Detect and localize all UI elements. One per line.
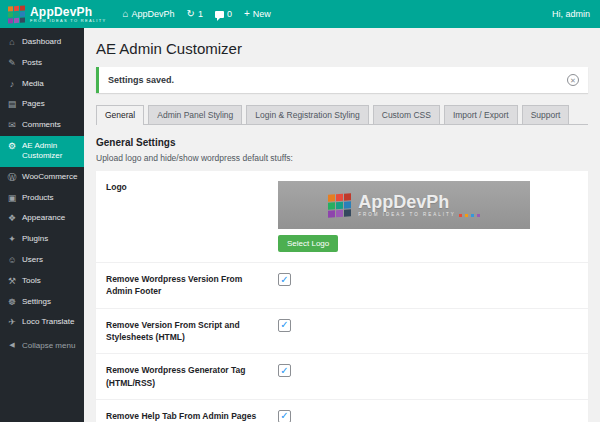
setting-checkbox[interactable]: ✓ xyxy=(278,410,291,422)
brand-tagline: FROM IDEAS TO REALITY xyxy=(30,19,107,23)
sidebar-item-ae-admin-customizer[interactable]: ⚙ AE Admin Customizer xyxy=(0,136,84,167)
comments-icon: ✉ xyxy=(7,120,17,131)
tab-admin-panel-styling[interactable]: Admin Panel Styling xyxy=(148,105,242,124)
brand-logo[interactable]: AppDevPh FROM IDEAS TO REALITY xyxy=(8,6,107,23)
settings-tabs: General Admin Panel Styling Login & Regi… xyxy=(96,105,588,125)
comments-count: 0 xyxy=(227,9,232,19)
sidebar-item-label: Posts xyxy=(22,58,42,68)
site-link[interactable]: ⌂ AppDevPh xyxy=(123,9,175,19)
sidebar-item-plugins[interactable]: ✦ Plugins xyxy=(0,229,84,250)
sidebar-item-label: Users xyxy=(22,255,43,265)
gear-icon: ⚙ xyxy=(7,141,17,152)
sidebar-item-woocommerce[interactable]: Ⓦ WooCommerce xyxy=(0,167,84,188)
sidebar-item-label: AE Admin Customizer xyxy=(22,141,77,162)
setting-checkbox[interactable]: ✓ xyxy=(278,273,291,286)
brand-name: AppDevPh xyxy=(30,6,107,18)
sidebar-item-label: Dashboard xyxy=(22,37,61,47)
setting-row-logo: Logo AppDevPh FROM IDEAS TO REALITY xyxy=(96,171,588,263)
success-notice: Settings saved. ✕ xyxy=(96,67,588,93)
tab-login-registration-styling[interactable]: Login & Registration Styling xyxy=(246,105,368,124)
collapse-menu-button[interactable]: ◀ Collapse menu xyxy=(0,336,84,356)
home-icon: ⌂ xyxy=(123,9,129,19)
tagline-square-icon xyxy=(477,214,480,217)
sidebar-item-tools[interactable]: ⚒ Tools xyxy=(0,271,84,292)
setting-label: Remove Wordpress Generator Tag (HTML/RSS… xyxy=(96,354,268,399)
comments-bubble-icon xyxy=(215,11,224,18)
setting-row: Remove Version From Script and Styleshee… xyxy=(96,309,588,355)
updates-count: 1 xyxy=(198,9,203,19)
collapse-arrow-icon: ◀ xyxy=(7,341,17,349)
section-heading: General Settings xyxy=(96,137,588,148)
updates-indicator[interactable]: ↻ 1 xyxy=(187,9,203,19)
tab-general[interactable]: General xyxy=(96,105,144,125)
sidebar-item-users[interactable]: ☺ Users xyxy=(0,250,84,271)
tagline-square-icon xyxy=(471,214,474,217)
sidebar-item-dashboard[interactable]: ⌂ Dashboard xyxy=(0,32,84,53)
sidebar-item-settings[interactable]: ☸ Settings xyxy=(0,292,84,313)
sidebar-item-products[interactable]: ▣ Products xyxy=(0,188,84,209)
dashboard-icon: ⌂ xyxy=(7,37,17,48)
tab-support[interactable]: Support xyxy=(522,105,570,124)
section-description: Upload logo and hide/show wordpress defa… xyxy=(96,153,588,163)
users-icon: ☺ xyxy=(7,255,17,266)
media-icon: ♪ xyxy=(7,79,17,90)
tagline-square-icon xyxy=(459,214,462,217)
sidebar-item-label: Plugins xyxy=(22,234,48,244)
setting-label: Logo xyxy=(96,171,268,262)
sidebar-item-comments[interactable]: ✉ Comments xyxy=(0,115,84,136)
logo-cube-icon xyxy=(328,193,351,218)
setting-label: Remove Help Tab From Admin Pages and Das… xyxy=(96,400,268,422)
new-content-button[interactable]: + New xyxy=(244,9,271,19)
user-greeting[interactable]: Hi, admin xyxy=(552,9,590,19)
new-content-label: New xyxy=(253,9,271,19)
tab-custom-css[interactable]: Custom CSS xyxy=(373,105,440,124)
setting-label: Remove Version From Script and Styleshee… xyxy=(96,309,268,354)
sidebar-item-label: Media xyxy=(22,79,44,89)
admin-bar: AppDevPh FROM IDEAS TO REALITY ⌂ AppDevP… xyxy=(0,0,600,28)
sidebar-item-label: Pages xyxy=(22,99,45,109)
plugins-icon: ✦ xyxy=(7,234,17,245)
setting-checkbox[interactable]: ✓ xyxy=(278,364,291,377)
select-logo-button[interactable]: Select Logo xyxy=(278,235,338,252)
sidebar-item-appearance[interactable]: ❖ Appearance xyxy=(0,208,84,229)
check-icon: ✓ xyxy=(280,366,288,376)
sidebar-item-label: WooCommerce xyxy=(22,172,77,182)
products-icon: ▣ xyxy=(7,193,17,204)
settings-icon: ☸ xyxy=(7,297,17,308)
sidebar-item-pages[interactable]: ▤ Pages xyxy=(0,94,84,115)
sidebar-item-label: Comments xyxy=(22,120,61,130)
pages-icon: ▤ xyxy=(7,99,17,110)
check-icon: ✓ xyxy=(280,411,288,421)
general-settings-table: Logo AppDevPh FROM IDEAS TO REALITY xyxy=(96,171,588,422)
check-icon: ✓ xyxy=(280,320,288,330)
tab-import-export[interactable]: Import / Export xyxy=(444,105,518,124)
check-icon: ✓ xyxy=(280,275,288,285)
sidebar-item-label: Products xyxy=(22,193,54,203)
sidebar-item-label: Tools xyxy=(22,276,41,286)
sidebar-item-loco-translate[interactable]: ✈ Loco Translate xyxy=(0,312,84,333)
logo-brand-name: AppDevPh xyxy=(358,193,479,211)
sidebar-item-media[interactable]: ♪ Media xyxy=(0,74,84,95)
site-link-label: AppDevPh xyxy=(132,9,175,19)
tagline-square-icon xyxy=(465,214,468,217)
sidebar-menu: ⌂ Dashboard ✎ Posts ♪ Media ▤ Pages ✉ Co… xyxy=(0,28,84,422)
translate-icon: ✈ xyxy=(7,317,17,328)
sidebar-item-posts[interactable]: ✎ Posts xyxy=(0,53,84,74)
dismiss-notice-icon[interactable]: ✕ xyxy=(567,74,579,86)
setting-row: Remove Wordpress Version From Admin Foot… xyxy=(96,263,588,309)
sidebar-item-label: Settings xyxy=(22,297,51,307)
admin-shell: ⌂ Dashboard ✎ Posts ♪ Media ▤ Pages ✉ Co… xyxy=(0,28,600,422)
plus-icon: + xyxy=(244,9,250,19)
setting-row: Remove Wordpress Generator Tag (HTML/RSS… xyxy=(96,354,588,400)
comments-indicator[interactable]: 0 xyxy=(215,9,232,19)
sidebar-item-label: Appearance xyxy=(22,213,65,223)
logo-cell: AppDevPh FROM IDEAS TO REALITY Select Lo… xyxy=(268,171,588,262)
setting-checkbox[interactable]: ✓ xyxy=(278,319,291,332)
appearance-icon: ❖ xyxy=(7,213,17,224)
logo-preview-image: AppDevPh FROM IDEAS TO REALITY xyxy=(278,181,530,229)
notice-text: Settings saved. xyxy=(108,75,174,85)
tools-icon: ⚒ xyxy=(7,276,17,287)
page-title: AE Admin Customizer xyxy=(96,40,588,57)
main-content: AE Admin Customizer Settings saved. ✕ Ge… xyxy=(84,28,600,422)
woocommerce-icon: Ⓦ xyxy=(7,172,17,183)
